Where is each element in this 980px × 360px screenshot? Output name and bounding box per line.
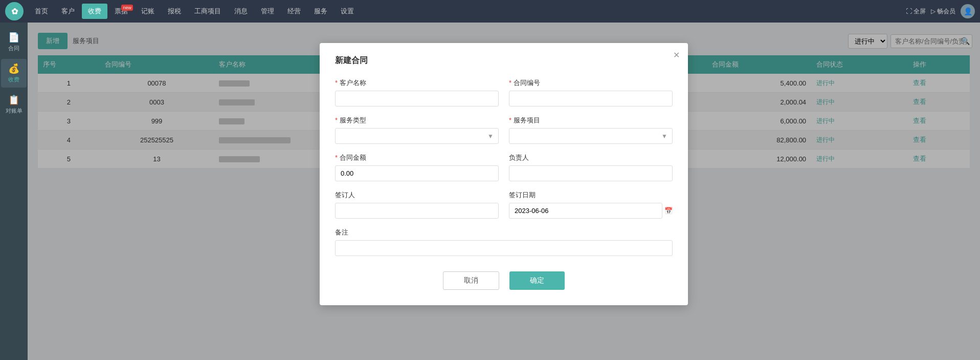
amount-label: 合同金额 (335, 153, 499, 162)
field-service-type: 服务类型 ▼ (335, 116, 499, 144)
nav-manage[interactable]: 管理 (255, 4, 280, 19)
new-badge: new (121, 5, 133, 11)
fullscreen-button[interactable]: ⛶ 全屏 (906, 7, 926, 16)
remark-label: 备注 (335, 228, 673, 237)
main-area: 📄 合同 💰 收费 📋 对账单 新增 服务项目 进行中 已完成 已取消 � (0, 23, 980, 360)
form-row-1: 客户名称 合同编号 (335, 78, 673, 107)
sign-date-label: 签订日期 (509, 190, 673, 200)
nav-settings[interactable]: 设置 (335, 4, 360, 19)
field-amount: 合同金额 (335, 153, 499, 181)
field-signer: 签订人 (335, 190, 499, 219)
service-item-label: 服务项目 (509, 116, 673, 125)
member-button[interactable]: ▷ 畅会员 (931, 7, 955, 16)
nav-invoice[interactable]: 票据 new (108, 4, 134, 19)
service-type-select[interactable] (335, 128, 499, 144)
billing-icon: 💰 (8, 63, 19, 74)
form-row-2: 服务类型 ▼ 服务项目 (335, 116, 673, 144)
service-type-label: 服务类型 (335, 116, 499, 125)
signer-label: 签订人 (335, 190, 499, 200)
responsible-input[interactable] (509, 165, 673, 181)
field-remark: 备注 (335, 228, 673, 256)
right-actions: ⛶ 全屏 ▷ 畅会员 👤 (906, 4, 975, 18)
form-row-4: 签订人 签订日期 📅 (335, 190, 673, 219)
contract-icon: 📄 (8, 32, 19, 43)
top-navigation: ✿ 首页 客户 收费 票据 new 记账 报税 工商项目 消息 管理 经营 服务… (0, 0, 980, 23)
form-row-5: 备注 (335, 228, 673, 256)
nav-message[interactable]: 消息 (228, 4, 254, 19)
service-item-select[interactable] (509, 128, 673, 144)
field-customer: 客户名称 (335, 78, 499, 107)
sign-date-input[interactable] (509, 203, 662, 219)
modal-overlay: 新建合同 ✕ 客户名称 合同编号 服务类型 (28, 23, 980, 360)
modal-close-button[interactable]: ✕ (673, 50, 680, 60)
amount-input[interactable] (335, 165, 499, 181)
sidebar-item-statement[interactable]: 📋 对账单 (1, 90, 27, 119)
confirm-button[interactable]: 确定 (509, 271, 565, 290)
avatar[interactable]: 👤 (961, 4, 975, 18)
contract-no-input[interactable] (509, 91, 673, 107)
nav-service[interactable]: 服务 (308, 4, 333, 19)
nav-home[interactable]: 首页 (29, 4, 54, 19)
customer-input[interactable] (335, 91, 499, 107)
sidebar: 📄 合同 💰 收费 📋 对账单 (0, 23, 28, 360)
member-icon: ▷ (931, 8, 936, 15)
date-input-wrap: 📅 (509, 203, 673, 219)
contract-no-label: 合同编号 (509, 78, 673, 88)
new-contract-modal: 新建合同 ✕ 客户名称 合同编号 服务类型 (320, 43, 688, 305)
remark-input[interactable] (335, 240, 673, 256)
field-contract-no: 合同编号 (509, 78, 673, 107)
responsible-label: 负责人 (509, 153, 673, 162)
nav-bookkeeping[interactable]: 记账 (135, 4, 161, 19)
signer-input[interactable] (335, 203, 499, 219)
fullscreen-icon: ⛶ (906, 8, 912, 15)
field-service-item: 服务项目 ▼ (509, 116, 673, 144)
modal-title: 新建合同 (335, 55, 673, 66)
nav-operation[interactable]: 经营 (281, 4, 307, 19)
sidebar-item-contract[interactable]: 📄 合同 (1, 28, 27, 56)
cancel-button[interactable]: 取消 (443, 271, 499, 290)
service-type-select-wrap: ▼ (335, 128, 499, 144)
customer-label: 客户名称 (335, 78, 499, 88)
sidebar-item-billing[interactable]: 💰 收费 (1, 59, 27, 88)
modal-footer: 取消 确定 (335, 271, 673, 290)
nav-tax[interactable]: 报税 (162, 4, 187, 19)
statement-icon: 📋 (8, 94, 19, 105)
app-logo: ✿ (5, 2, 24, 20)
field-sign-date: 签订日期 📅 (509, 190, 673, 219)
calendar-icon[interactable]: 📅 (664, 207, 673, 215)
nav-items: 首页 客户 收费 票据 new 记账 报税 工商项目 消息 管理 经营 服务 设… (29, 4, 906, 19)
form-row-3: 合同金额 负责人 (335, 153, 673, 181)
service-item-select-wrap: ▼ (509, 128, 673, 144)
field-responsible: 负责人 (509, 153, 673, 181)
nav-billing[interactable]: 收费 (82, 4, 107, 19)
nav-customer[interactable]: 客户 (55, 4, 81, 19)
nav-business[interactable]: 工商项目 (188, 4, 227, 19)
content-area: 新增 服务项目 进行中 已完成 已取消 🔍 序号 合同编号 客户名称 服务项目 (28, 23, 980, 360)
